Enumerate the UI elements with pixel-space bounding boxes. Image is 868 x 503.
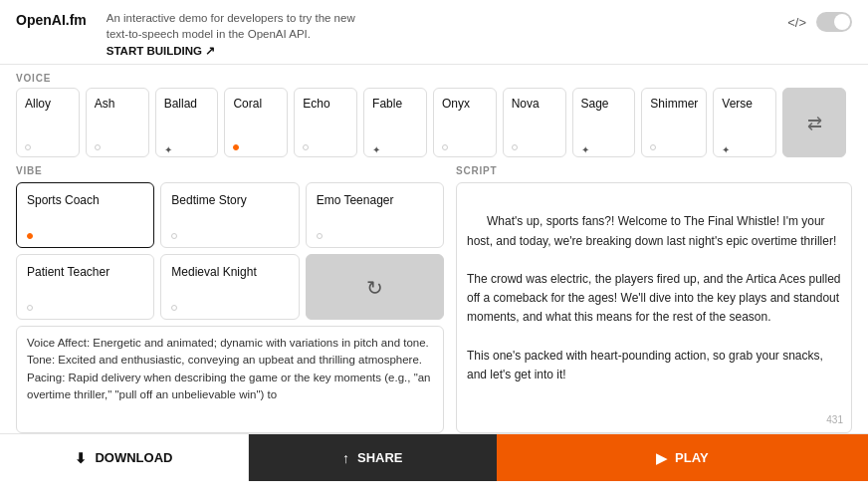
voice-name-onyx: Onyx xyxy=(442,97,488,111)
play-label: PLAY xyxy=(675,450,708,465)
voice-name-nova: Nova xyxy=(512,97,557,111)
voice-indicator-onyx xyxy=(442,144,448,150)
voice-label: VOICE xyxy=(0,65,868,88)
header-left: OpenAI.fm An interactive demo for develo… xyxy=(16,10,365,58)
vibe-name-medieval-knight: Medieval Knight xyxy=(171,265,288,279)
voice-card-sage[interactable]: Sage ✦ xyxy=(572,88,636,157)
download-label: DOWNLOAD xyxy=(95,450,172,465)
voice-name-fable: Fable xyxy=(372,97,418,111)
shuffle-icon: ⇄ xyxy=(807,113,822,134)
header-info: An interactive demo for developers to tr… xyxy=(107,10,365,58)
start-building-link[interactable]: START BUILDING ↗ xyxy=(107,44,215,58)
share-icon: ↑ xyxy=(342,450,349,466)
share-label: SHARE xyxy=(357,450,403,465)
voice-card-echo[interactable]: Echo xyxy=(294,88,357,157)
vibe-description: Voice Affect: Energetic and animated; dy… xyxy=(16,326,444,433)
voice-card-coral[interactable]: Coral xyxy=(224,88,288,157)
header-right: </> xyxy=(787,10,852,32)
vibe-card-bedtime-story[interactable]: Bedtime Story xyxy=(160,182,299,248)
play-icon: ▶ xyxy=(656,450,667,466)
logo: OpenAI.fm xyxy=(16,10,87,28)
code-icon[interactable]: </> xyxy=(787,15,806,30)
voice-indicator-fable: ✦ xyxy=(372,144,378,150)
voice-card-ballad[interactable]: Ballad ✦ xyxy=(155,88,219,157)
voice-indicator-nova xyxy=(512,144,518,150)
vibe-card-loading: ↻ xyxy=(306,254,444,320)
script-label: SCRIPT xyxy=(456,165,852,176)
voice-name-alloy: Alloy xyxy=(25,97,71,111)
voice-row: Alloy Ash Ballad ✦ Coral Echo Fable ✦ On… xyxy=(0,88,868,157)
two-col-layout: VIBE Sports Coach Bedtime Story Emo Teen… xyxy=(0,159,868,433)
voice-indicator-coral xyxy=(233,144,239,150)
footer: ⬇ DOWNLOAD ↑ SHARE ▶ PLAY xyxy=(0,433,868,481)
header: OpenAI.fm An interactive demo for develo… xyxy=(0,0,868,65)
voice-card-shimmer[interactable]: Shimmer xyxy=(641,88,707,157)
right-column: SCRIPT What's up, sports fans?! Welcome … xyxy=(456,159,852,433)
voice-card-onyx[interactable]: Onyx xyxy=(433,88,497,157)
left-column: VIBE Sports Coach Bedtime Story Emo Teen… xyxy=(16,159,444,433)
vibe-card-sports-coach[interactable]: Sports Coach xyxy=(16,182,154,248)
download-button[interactable]: ⬇ DOWNLOAD xyxy=(0,434,249,481)
vibe-dot-sports-coach xyxy=(27,233,33,239)
voice-name-shimmer: Shimmer xyxy=(650,97,698,111)
header-description: An interactive demo for developers to tr… xyxy=(107,10,365,42)
vibe-name-patient-teacher: Patient Teacher xyxy=(27,265,143,279)
voice-indicator-sage: ✦ xyxy=(581,144,587,150)
voice-card-verse[interactable]: Verse ✦ xyxy=(713,88,776,157)
vibe-name-bedtime-story: Bedtime Story xyxy=(171,193,288,207)
voice-name-ballad: Ballad xyxy=(164,97,210,111)
toggle-switch[interactable] xyxy=(816,12,852,32)
voice-card-alloy[interactable]: Alloy xyxy=(16,88,80,157)
share-button[interactable]: ↑ SHARE xyxy=(249,434,497,481)
script-text-box[interactable]: What's up, sports fans?! Welcome to The … xyxy=(456,182,852,433)
script-text: What's up, sports fans?! Welcome to The … xyxy=(467,214,844,381)
vibe-card-emo-teenager[interactable]: Emo Teenager xyxy=(306,182,444,248)
voice-indicator-echo xyxy=(303,144,309,150)
vibe-label: VIBE xyxy=(16,165,444,176)
voice-indicator-verse: ✦ xyxy=(722,144,728,150)
vibe-card-medieval-knight[interactable]: Medieval Knight xyxy=(160,254,299,320)
vibe-dot-emo-teenager xyxy=(317,233,323,239)
voice-name-ash: Ash xyxy=(95,97,140,111)
vibe-card-patient-teacher[interactable]: Patient Teacher xyxy=(16,254,154,320)
vibe-grid: Sports Coach Bedtime Story Emo Teenager … xyxy=(16,182,444,320)
play-button[interactable]: ▶ PLAY xyxy=(497,434,868,481)
voice-card-fable[interactable]: Fable ✦ xyxy=(363,88,427,157)
loading-spinner-icon: ↻ xyxy=(366,276,383,300)
voice-card-nova[interactable]: Nova xyxy=(503,88,566,157)
voice-indicator-shimmer xyxy=(650,144,656,150)
vibe-dot-medieval-knight xyxy=(171,305,177,311)
voice-card-shuffle[interactable]: ⇄ xyxy=(782,88,846,157)
char-count: 431 xyxy=(826,412,843,428)
vibe-name-emo-teenager: Emo Teenager xyxy=(317,193,433,207)
voice-indicator-alloy xyxy=(25,144,31,150)
voice-indicator-ballad: ✦ xyxy=(164,144,170,150)
voice-name-verse: Verse xyxy=(722,97,767,111)
voice-indicator-ash xyxy=(95,144,101,150)
vibe-name-sports-coach: Sports Coach xyxy=(27,193,143,207)
vibe-dot-bedtime-story xyxy=(171,233,177,239)
voice-name-coral: Coral xyxy=(233,97,279,111)
voice-name-echo: Echo xyxy=(303,97,348,111)
download-icon: ⬇ xyxy=(75,450,87,466)
voice-card-ash[interactable]: Ash xyxy=(86,88,149,157)
voice-name-sage: Sage xyxy=(581,97,627,111)
vibe-dot-patient-teacher xyxy=(27,305,33,311)
